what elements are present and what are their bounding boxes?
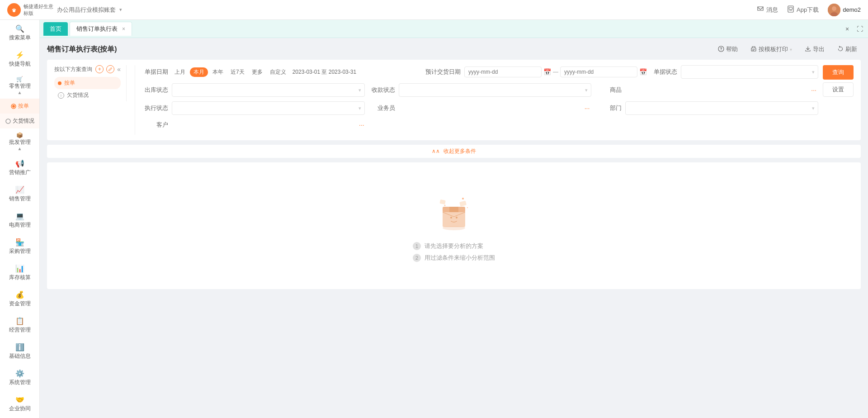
sidebar-item-system-mgmt[interactable]: ⚙️ 系统管理 [0, 365, 39, 391]
sidebar-search-label: 搜索菜单 [9, 34, 31, 42]
sidebar-item-marketing[interactable]: 📢 营销推广 [0, 155, 39, 181]
sidebar-item-ecommerce[interactable]: 💻 电商管理 [0, 207, 39, 233]
scheme-label-欠货情况: 欠货情况 [67, 91, 89, 99]
out-status-select-wrapper [172, 83, 365, 97]
svg-point-26 [462, 198, 464, 200]
home-tab-label: 首页 [50, 25, 61, 33]
svg-rect-24 [459, 200, 467, 206]
receipt-status-label: 收款状态 [370, 86, 395, 94]
tab-sales-order[interactable]: 销售订单执行表 × [70, 22, 132, 36]
svg-point-28 [467, 207, 468, 208]
breadcrumb-text: 办公用品行业模拟账套 [57, 6, 116, 14]
print-icon [750, 46, 757, 53]
filter-row-4: 客户 ··· [143, 119, 818, 130]
export-button[interactable]: 导出 [801, 43, 828, 55]
breadcrumb-arrow-icon[interactable]: ▾ [119, 7, 122, 13]
window-maximize-button[interactable]: ⛶ [855, 24, 864, 33]
customer-control: ··· [172, 119, 366, 130]
scheme-edit-button[interactable] [106, 65, 114, 73]
collapse-bar[interactable]: ∧∧ 收起更多条件 [47, 145, 861, 158]
sidebar-sub-按单[interactable]: 按单 [0, 99, 39, 114]
help-label: 帮助 [726, 45, 738, 53]
calendar-from-icon[interactable]: 📅 [543, 68, 551, 76]
date-btn-本年[interactable]: 本年 [210, 67, 226, 77]
tab-close-icon[interactable]: × [122, 26, 125, 32]
receipt-status-select-wrapper [399, 83, 592, 97]
sidebar-item-search-menu[interactable]: 🔍 搜索菜单 [0, 20, 39, 46]
settings-button[interactable]: 设置 [823, 82, 854, 97]
sidebar-item-retail-mgmt[interactable]: 🛒 零售管理 ▲ [0, 72, 39, 99]
sidebar-item-inventory[interactable]: 📊 库存核算 [0, 260, 39, 286]
sidebar-item-finance[interactable]: 💰 资金管理 [0, 286, 39, 312]
expected-date-range: 📅 — 📅 [464, 66, 647, 77]
filter-receipt-status: 收款状态 [370, 83, 592, 97]
scheme-item-欠货情况[interactable]: ○ 欠货情况 [54, 89, 121, 101]
sidebar-purchase-label: 采购管理 [9, 247, 31, 255]
content-area: 首页 销售订单执行表 × × ⛶ 销售订单执行表(按单) [40, 20, 868, 418]
app-download-action[interactable]: App下载 [787, 5, 819, 14]
hint-num-2: 2 [413, 254, 421, 262]
scheme-collapse-icon[interactable]: « [117, 66, 121, 73]
dept-select[interactable] [625, 101, 818, 115]
export-label: 导出 [813, 45, 825, 53]
sidebar-item-basic-info[interactable]: ℹ️ 基础信息 [0, 338, 39, 365]
breadcrumb[interactable]: 办公用品行业模拟账套 ▾ [57, 6, 122, 14]
svg-point-1 [13, 10, 15, 12]
query-button[interactable]: 查询 [823, 65, 854, 80]
message-action[interactable]: 消息 [757, 5, 778, 14]
date-btn-上月[interactable]: 上月 [172, 67, 188, 77]
refresh-button[interactable]: 刷新 [834, 43, 861, 55]
exec-status-select[interactable] [172, 101, 365, 115]
page-header: 销售订单执行表(按单) 帮助 [47, 43, 861, 55]
hint-num-1: 1 [413, 242, 421, 250]
expected-date-from[interactable] [464, 66, 542, 77]
filter-doc-date: 单据日期 上月 本月 本年 近7天 更多 自定义 [143, 67, 420, 77]
out-status-label: 出库状态 [143, 86, 168, 94]
svg-rect-21 [449, 207, 458, 212]
dept-select-wrapper [625, 101, 818, 115]
calendar-to-icon[interactable]: 📅 [639, 68, 647, 76]
date-btn-本月[interactable]: 本月 [190, 67, 208, 77]
window-close-button[interactable]: × [843, 24, 852, 33]
logo-text: 畅捷通好生意 标版 [24, 3, 53, 16]
customer-label: 客户 [143, 121, 168, 129]
sidebar-item-sales-mgmt[interactable]: 📈 销售管理 [0, 181, 39, 207]
date-btn-近7天[interactable]: 近7天 [228, 67, 247, 77]
sidebar-item-wholesale-mgmt[interactable]: 📦 批发管理 ▲ [0, 128, 39, 155]
svg-point-23 [456, 217, 458, 218]
out-status-select[interactable] [172, 83, 365, 97]
sidebar-item-enterprise[interactable]: 🤝 企业协同 [0, 391, 39, 417]
filter-doc-status: 单据状态 [652, 65, 818, 79]
hint-text-2: 用过滤条件来缩小分析范围 [425, 254, 495, 262]
refresh-label: 刷新 [845, 45, 857, 53]
empty-hints: 1 请先选择要分析的方案 2 用过滤条件来缩小分析范围 [413, 242, 495, 262]
doc-status-select[interactable] [681, 65, 818, 79]
user-profile[interactable]: demo2 [828, 4, 861, 16]
message-icon [757, 5, 764, 14]
svg-point-14 [721, 50, 721, 50]
sidebar-item-quick-nav[interactable]: ⚡ 快捷导航 [0, 46, 39, 72]
main-layout: 🔍 搜索菜单 ⚡ 快捷导航 🛒 零售管理 ▲ 按单 欠货情况 📦 批发管理 ▲ [0, 20, 868, 418]
sidebar-item-operation[interactable]: 📋 经营管理 [0, 312, 39, 338]
sidebar-item-purchase-mgmt[interactable]: 🏪 采购管理 [0, 233, 39, 260]
sidebar-sub-欠货情况[interactable]: 欠货情况 [0, 114, 39, 128]
scheme-item-按单[interactable]: 按单 [54, 77, 121, 89]
salesperson-more-icon[interactable]: ··· [583, 103, 592, 114]
help-button[interactable]: 帮助 [714, 43, 741, 55]
expected-date-to[interactable] [560, 66, 637, 77]
product-more-icon[interactable]: ··· [809, 85, 818, 95]
svg-point-5 [790, 10, 791, 11]
app-download-icon [787, 5, 794, 14]
date-btn-自定义[interactable]: 自定义 [267, 67, 289, 77]
template-print-button[interactable]: 按模板打印 ▾ [747, 43, 796, 55]
svg-rect-25 [439, 200, 445, 204]
scheme-add-button[interactable]: + [95, 65, 104, 73]
empty-state: 1 请先选择要分析的方案 2 用过滤条件来缩小分析范围 [47, 162, 861, 289]
scheme-dot-active [58, 81, 61, 85]
customer-more-icon[interactable]: ··· [357, 119, 366, 130]
export-icon [805, 46, 811, 53]
receipt-status-select[interactable] [399, 83, 592, 97]
date-btn-更多[interactable]: 更多 [249, 67, 265, 77]
template-print-arrow-icon: ▾ [790, 47, 792, 52]
tab-home[interactable]: 首页 [43, 22, 68, 36]
